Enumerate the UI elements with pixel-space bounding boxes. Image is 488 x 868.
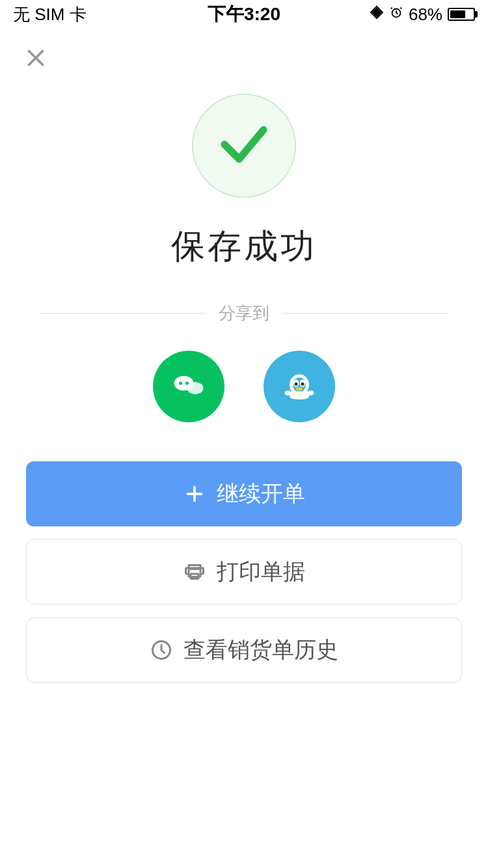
status-carrier: 无 SIM 卡 (13, 3, 92, 26)
svg-point-9 (185, 382, 189, 385)
continue-button[interactable]: 继续开单 (26, 461, 462, 526)
success-title: 保存成功 (171, 224, 317, 269)
printer-icon (183, 560, 206, 584)
print-button[interactable]: 打印单据 (26, 539, 462, 604)
status-right: 68% (370, 5, 475, 25)
battery-icon (448, 8, 475, 21)
status-time: 下午3:20 (208, 2, 280, 27)
share-qq-button[interactable] (264, 351, 335, 422)
share-label: 分享到 (219, 302, 269, 325)
share-divider: 分享到 (0, 302, 488, 325)
share-row (153, 351, 335, 422)
plus-icon (183, 482, 206, 506)
close-button[interactable] (20, 42, 52, 74)
battery-percent: 68% (409, 5, 442, 25)
svg-point-15 (301, 383, 305, 386)
location-icon (370, 5, 384, 23)
alarm-icon (389, 5, 403, 23)
svg-point-18 (308, 390, 314, 396)
svg-point-17 (285, 390, 291, 396)
share-wechat-button[interactable] (153, 351, 224, 422)
actions-container: 继续开单 打印单据 查看销货单历史 (0, 461, 488, 683)
svg-point-8 (179, 382, 182, 385)
svg-point-14 (295, 383, 298, 386)
page-content: 保存成功 分享到 (0, 29, 488, 868)
checkmark-icon (215, 115, 273, 176)
continue-label: 继续开单 (217, 479, 305, 509)
divider-line-right (282, 313, 449, 314)
print-label: 打印单据 (217, 557, 305, 587)
clock-icon (150, 638, 173, 662)
status-bar: 无 SIM 卡 下午3:20 (0, 0, 488, 29)
success-icon-circle (192, 94, 296, 198)
history-label: 查看销货单历史 (183, 635, 338, 665)
svg-point-16 (296, 387, 303, 390)
svg-point-7 (187, 382, 204, 394)
divider-line-left (39, 313, 206, 314)
history-button[interactable]: 查看销货单历史 (26, 617, 462, 683)
